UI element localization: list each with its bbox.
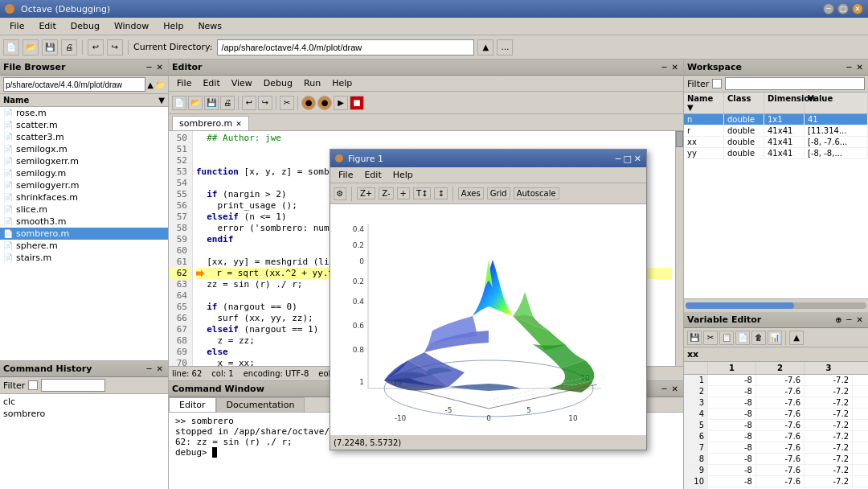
run-editor-btn[interactable]: ▶ (334, 96, 348, 110)
open-editor-btn[interactable]: 📂 (188, 96, 203, 110)
fig-rotate-btn[interactable]: T↕ (413, 187, 432, 199)
fig-zoom-out-btn[interactable]: Z- (379, 187, 393, 199)
ve-copy-btn[interactable]: 📋 (719, 331, 734, 345)
menu-window[interactable]: Window (108, 19, 155, 33)
fb-up-icon[interactable]: ▲ (147, 80, 154, 89)
dir-up-button[interactable]: ▲ (477, 39, 493, 55)
menu-debug[interactable]: Debug (64, 19, 106, 33)
tab-editor[interactable]: Editor (169, 397, 216, 412)
ws-row-xx[interactable]: xx double 41x41 [-8, -7.6... (684, 137, 868, 148)
fig-max-icon[interactable]: □ (623, 154, 631, 164)
minimize-button[interactable]: ─ (823, 3, 834, 14)
open-file-button[interactable]: 📂 (23, 39, 39, 55)
list-item[interactable]: 📄stairs.m (0, 252, 168, 264)
list-item[interactable]: 📄scatter.m (0, 119, 168, 131)
ve-expand-icon[interactable]: ⊕ (833, 315, 843, 324)
debug-btn[interactable]: ● (317, 96, 332, 110)
ws-minimize-icon[interactable]: ─ (845, 63, 854, 72)
table-row[interactable]: 5-8-7.6-7.2 (684, 420, 868, 431)
ws-row-yy[interactable]: yy double 41x41 [-8, -8,... (684, 148, 868, 159)
menu-file[interactable]: File (3, 19, 31, 33)
filter-checkbox[interactable] (28, 380, 38, 390)
dir-browse-button[interactable]: … (497, 39, 513, 55)
cw-minimize-icon[interactable]: ─ (661, 384, 669, 393)
print-editor-btn[interactable]: 🖨 (220, 96, 235, 110)
fig-close-icon[interactable]: ✕ (634, 154, 641, 164)
tab-sombrero[interactable]: sombrero.m ✕ (172, 116, 249, 130)
maximize-button[interactable]: □ (837, 3, 849, 14)
table-row[interactable]: 8-8-7.6-7.2 (684, 454, 868, 465)
filter-input[interactable] (41, 379, 105, 392)
ws-filter-checkbox[interactable] (712, 79, 722, 88)
menu-help[interactable]: Help (157, 19, 190, 33)
editor-scrollbar-v[interactable] (675, 131, 683, 366)
cw-close-icon[interactable]: ✕ (670, 384, 680, 393)
list-item-sombrero[interactable]: 📄sombrero.m (0, 228, 168, 240)
list-item[interactable]: 📄shrinkfaces.m (0, 191, 168, 203)
list-item[interactable]: 📄semilogy.m (0, 167, 168, 179)
ws-row-r[interactable]: r double 41x41 [11.314... (684, 125, 868, 137)
table-row[interactable]: 3-8-7.6-7.2 (684, 397, 868, 409)
file-list[interactable]: 📄rose.m 📄scatter.m 📄scatter3.m 📄semilogx… (0, 107, 168, 360)
undo-button[interactable]: ↩ (88, 39, 104, 55)
table-row[interactable]: 4-8-7.6-7.2 (684, 409, 868, 420)
ch-close-icon[interactable]: ✕ (155, 364, 165, 373)
undo-editor-btn[interactable]: ↩ (242, 96, 256, 110)
menu-news[interactable]: News (191, 19, 228, 33)
list-item[interactable]: 📄semilogx.m (0, 143, 168, 155)
cmd-entry-clc[interactable]: clc (3, 396, 165, 408)
list-item[interactable]: 📄semilogyerr.m (0, 179, 168, 191)
ws-scrollbar[interactable] (684, 299, 868, 312)
list-item[interactable]: 📄smooth3.m (0, 216, 168, 228)
editor-menu-help[interactable]: Help (327, 77, 357, 89)
editor-minimize-icon[interactable]: ─ (661, 63, 669, 72)
ve-up-btn[interactable]: ▲ (789, 331, 804, 345)
ve-cut-btn[interactable]: ✂ (703, 331, 718, 345)
redo-button[interactable]: ↪ (107, 39, 123, 55)
directory-input[interactable] (217, 39, 474, 55)
fig-select-btn[interactable]: ↕ (434, 187, 447, 199)
stop-btn[interactable]: ● (301, 96, 316, 110)
ve-plot-btn[interactable]: 📊 (768, 331, 782, 345)
ve-paste-btn[interactable]: 📄 (735, 331, 750, 345)
list-item[interactable]: 📄semilogxerr.m (0, 155, 168, 167)
list-item[interactable]: 📄slice.m (0, 203, 168, 216)
fig-zoom-in-btn[interactable]: Z+ (357, 187, 375, 199)
new-editor-btn[interactable]: 📄 (172, 96, 186, 110)
stop-run-btn[interactable]: ■ (350, 96, 364, 110)
table-row[interactable]: 1-8-7.6-7.2 (684, 375, 868, 386)
new-file-button[interactable]: 📄 (3, 39, 19, 55)
save-button[interactable]: 💾 (42, 39, 58, 55)
list-item[interactable]: 📄scatter3.m (0, 131, 168, 143)
tab-documentation[interactable]: Documentation (216, 397, 305, 412)
table-row[interactable]: 6-8-7.6-7.2 (684, 431, 868, 442)
fb-folder-icon[interactable]: 📁 (155, 80, 165, 89)
fb-minimize-icon[interactable]: ─ (145, 63, 154, 72)
editor-menu-file[interactable]: File (172, 77, 196, 89)
ws-close-icon[interactable]: ✕ (855, 63, 865, 72)
ve-del-btn[interactable]: 🗑 (751, 331, 766, 345)
list-item[interactable]: 📄rose.m (0, 107, 168, 119)
print-button[interactable]: 🖨 (61, 39, 77, 55)
ws-filter-input[interactable] (725, 77, 865, 90)
fig-grid-btn[interactable]: Grid (487, 187, 510, 199)
fig-menu-file[interactable]: File (334, 169, 358, 181)
editor-menu-debug[interactable]: Debug (259, 77, 297, 89)
ws-row-n[interactable]: n double 1x1 41 (684, 114, 868, 125)
fb-close-icon[interactable]: ✕ (155, 63, 165, 72)
menu-edit[interactable]: Edit (32, 19, 62, 33)
editor-menu-edit[interactable]: Edit (198, 77, 224, 89)
fb-path-input[interactable] (3, 77, 145, 92)
fig-pan-btn[interactable]: + (397, 187, 410, 199)
close-button[interactable]: ✕ (852, 3, 863, 14)
table-row[interactable]: 9-8-7.6-7.2 (684, 465, 868, 476)
ve-close-icon[interactable]: ✕ (855, 315, 865, 324)
ve-save-btn[interactable]: 💾 (687, 331, 702, 345)
cut-btn[interactable]: ✂ (280, 96, 294, 110)
editor-close-icon[interactable]: ✕ (670, 63, 680, 72)
ch-minimize-icon[interactable]: ─ (145, 364, 154, 373)
editor-menu-view[interactable]: View (227, 77, 257, 89)
list-item[interactable]: 📄sphere.m (0, 240, 168, 252)
fig-menu-edit[interactable]: Edit (359, 169, 386, 181)
tab-close-icon[interactable]: ✕ (235, 120, 242, 128)
